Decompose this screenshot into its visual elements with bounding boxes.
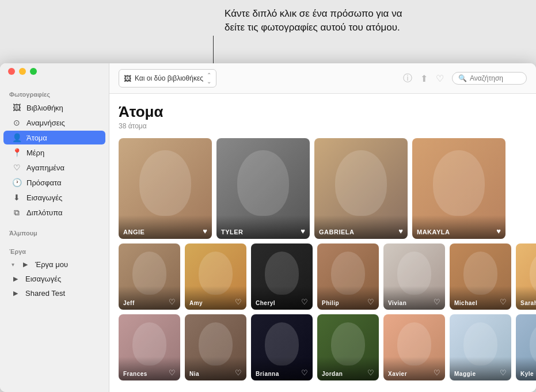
shared-test-icon: ▶ [10,290,21,297]
heart-jordan[interactable]: ♡ [367,368,374,377]
person-card-amy[interactable]: Amy ♡ [185,243,246,310]
sidebar-item-imports[interactable]: ⬇ Εισαγωγές [3,191,105,204]
person-overlay-cheryl: Cheryl ♡ [251,286,313,310]
minimize-button[interactable] [19,68,26,75]
person-name-jordan: Jordan [322,371,343,377]
person-name-philip: Philip [322,300,339,306]
person-card-frances[interactable]: Frances ♡ [119,314,180,380]
person-card-vivian[interactable]: Vivian ♡ [383,243,445,310]
heart-frances[interactable]: ♡ [169,368,176,377]
heart-philip[interactable]: ♡ [367,298,374,306]
heart-toolbar-icon[interactable]: ♡ [436,73,444,84]
person-overlay-tyler: TYLER ♥ [216,215,310,239]
person-card-michael[interactable]: Michael ♡ [450,243,511,310]
person-name-gabriela: GABRIELA [319,229,354,235]
sidebar-item-duplicates[interactable]: ⧉ Διπλότυπα [3,205,105,220]
sidebar-item-my-projects[interactable]: ▾ ▶ Έργα μου [3,258,105,271]
fullscreen-button[interactable] [30,68,37,75]
person-overlay-xavier: Xavier ♡ [383,357,445,380]
people-icon: 👤 [12,133,22,142]
section-projects-label: Έργα [0,243,109,257]
sidebar-item-imports-sub[interactable]: ▶ Εισαγωγές [3,272,105,286]
sidebar-item-imports-label: Εισαγωγές [26,193,62,202]
favorites-icon: ♡ [12,163,22,172]
imports-sub-icon: ▶ [10,275,21,283]
sidebar-item-recent-label: Πρόσφατα [26,178,61,187]
heart-makayla[interactable]: ♥ [496,227,501,235]
person-card-jeff[interactable]: Jeff ♡ [119,243,180,310]
info-icon[interactable]: ⓘ [403,73,412,85]
imports-icon: ⬇ [12,193,22,202]
chevron-updown-icon: ⌃⌄ [207,72,211,85]
person-overlay-kyle: Kyle ♡ [516,357,536,380]
heart-maggie[interactable]: ♡ [500,368,507,377]
person-card-jordan[interactable]: Jordan ♡ [317,314,379,380]
traffic-lights [8,68,37,75]
heart-brianna[interactable]: ♡ [301,368,308,377]
toolbar: 🖼 Και οι δύο βιβλιοθήκες ⌃⌄ ⓘ ⬆ ♡ 🔍 [109,63,536,94]
search-box[interactable]: 🔍 [452,72,527,85]
person-card-maggie[interactable]: Maggie ♡ [450,314,511,380]
heart-vivian[interactable]: ♡ [434,298,440,306]
person-name-vivian: Vivian [388,300,406,306]
heart-tyler[interactable]: ♥ [301,227,305,235]
library-selector[interactable]: 🖼 Και οι δύο βιβλιοθήκες ⌃⌄ [119,69,216,87]
sidebar-item-people-label: Άτομα [26,134,47,142]
person-overlay-maggie: Maggie ♡ [450,357,511,380]
sidebar-item-shared-test[interactable]: ▶ Shared Test [3,287,105,300]
section-photos-label: Φωτογραφίες [0,86,109,100]
duplicates-icon: ⧉ [12,208,22,218]
heart-jeff[interactable]: ♡ [169,298,176,306]
sidebar-item-people[interactable]: 👤 Άτομα [3,131,105,144]
person-card-tyler[interactable]: TYLER ♥ [216,138,310,239]
person-card-xavier[interactable]: Xavier ♡ [383,314,445,380]
person-overlay-jeff: Jeff ♡ [119,286,180,310]
sidebar-item-recent[interactable]: 🕐 Πρόσφατα [3,176,105,189]
content-area: Άτομα 38 άτομα ANGIE ♥ [109,94,536,392]
sidebar-item-duplicates-label: Διπλότυπα [26,208,62,217]
heart-michael[interactable]: ♡ [500,298,507,306]
person-name-cheryl: Cheryl [256,300,275,306]
person-overlay-jordan: Jordan ♡ [317,357,379,380]
person-card-angie[interactable]: ANGIE ♥ [119,138,212,239]
person-card-brianna[interactable]: Brianna ♡ [251,314,313,380]
person-overlay-philip: Philip ♡ [317,286,379,310]
sidebar-item-imports-sub-label: Εισαγωγές [25,275,61,283]
sidebar-item-places[interactable]: 📍 Μέρη [3,146,105,159]
heart-nia[interactable]: ♡ [235,368,242,377]
person-name-michael: Michael [454,300,477,306]
library-selector-label: Και οι δύο βιβλιοθήκες [135,74,203,82]
share-icon[interactable]: ⬆ [420,73,428,84]
person-card-cheryl[interactable]: Cheryl ♡ [251,243,313,310]
person-overlay-michael: Michael ♡ [450,286,511,310]
people-row-small: Frances ♡ Nia ♡ Briann [119,314,527,380]
person-card-sarah[interactable]: Sarah ♡ [516,243,536,310]
close-button[interactable] [8,68,15,75]
toolbar-icons: ⓘ ⬆ ♡ 🔍 [403,72,527,85]
sidebar-item-library[interactable]: 🖼 Βιβλιοθήκη [3,101,105,115]
heart-angie[interactable]: ♥ [203,227,207,235]
person-overlay-vivian: Vivian ♡ [383,286,445,310]
person-card-gabriela[interactable]: GABRIELA ♥ [314,138,408,239]
person-name-makayla: MAKAYLA [417,229,450,235]
person-card-kyle[interactable]: Kyle ♡ [516,314,536,380]
heart-cheryl[interactable]: ♡ [301,298,308,306]
sidebar-item-favorites[interactable]: ♡ Αγαπημένα [3,161,105,174]
person-overlay-makayla: MAKAYLA ♥ [412,215,505,239]
people-grid: ANGIE ♥ TYLER ♥ GABRIE [119,138,527,380]
chevron-down-icon: ▾ [12,261,14,268]
sidebar-item-places-label: Μέρη [26,149,44,157]
person-name-nia: Nia [189,371,199,377]
sidebar-item-memories[interactable]: ⊙ Αναμνήσεις [3,116,105,130]
heart-xavier[interactable]: ♡ [434,368,440,377]
search-input[interactable] [470,74,522,82]
person-card-nia[interactable]: Nia ♡ [185,314,246,380]
person-card-philip[interactable]: Philip ♡ [317,243,379,310]
places-icon: 📍 [12,148,22,157]
person-overlay-gabriela: GABRIELA ♥ [314,215,408,239]
person-card-makayla[interactable]: MAKAYLA ♥ [412,138,505,239]
heart-gabriela[interactable]: ♥ [398,227,403,235]
person-name-frances: Frances [123,371,147,377]
heart-amy[interactable]: ♡ [235,298,242,306]
person-overlay-angie: ANGIE ♥ [119,215,212,239]
